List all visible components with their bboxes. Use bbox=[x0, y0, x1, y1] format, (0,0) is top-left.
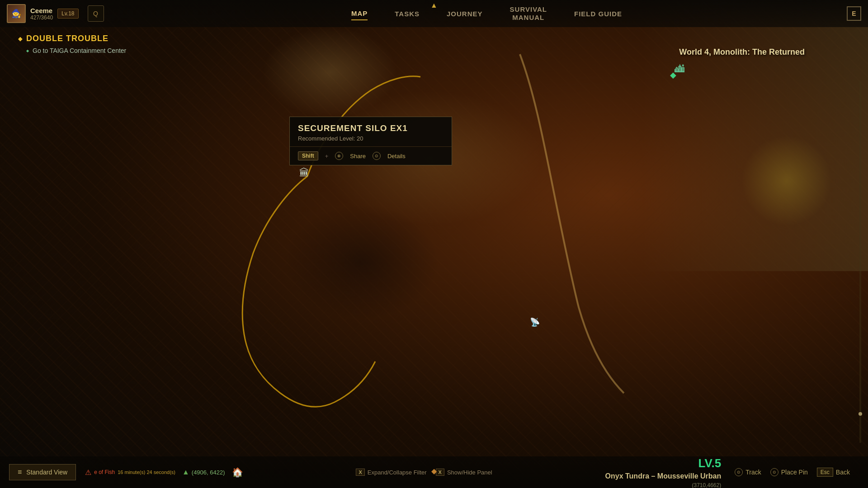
avatar-icon: 🧙 bbox=[11, 9, 21, 19]
warning-timer: 16 minute(s) 24 second(s) bbox=[118, 469, 175, 475]
bottom-status-area: ⚠ e of Fish 16 minute(s) 24 second(s) ▲ … bbox=[85, 467, 243, 478]
player-position-icon: ◆ bbox=[670, 70, 676, 80]
survival-manual-line1: SURVIVAL bbox=[510, 5, 547, 13]
warning-label: e of Fish bbox=[94, 469, 115, 475]
share-icon: ⊕ bbox=[335, 152, 343, 160]
bottom-bar: ≡ Standard View ⚠ e of Fish 16 minute(s)… bbox=[0, 456, 868, 488]
map-background bbox=[0, 0, 868, 488]
scroll-thumb bbox=[859, 412, 862, 416]
track-icon: ⊙ bbox=[735, 468, 743, 476]
player-name: Ceeme bbox=[30, 7, 53, 14]
bottom-filter-controls: X Expand/Collapse Filter X Show/Hide Pan… bbox=[356, 469, 492, 476]
tooltip-recommended-level: Recommended Level: 20 bbox=[298, 135, 443, 142]
place-pin-button[interactable]: ⊙ Place Pin bbox=[770, 468, 808, 476]
quest-title: DOUBLE TROUBLE bbox=[18, 34, 126, 43]
quest-panel: DOUBLE TROUBLE Go to TAIGA Containment C… bbox=[18, 34, 126, 54]
quest-key-button[interactable]: Q bbox=[88, 5, 104, 22]
coordinates-icon: ▲ bbox=[182, 468, 189, 476]
navigation-tabs: MAP TASKS JOURNEY SURVIVAL MANUAL FIELD … bbox=[127, 3, 847, 24]
shift-key-badge: Shift bbox=[298, 151, 318, 160]
tooltip-actions: Shift + ⊕ Share ⊙ Details bbox=[290, 147, 452, 165]
tooltip-location-name: SECUREMENT SILO EX1 bbox=[298, 123, 443, 133]
player-name-group: Ceeme 427/3640 bbox=[30, 7, 53, 21]
player-health: 427/3640 bbox=[30, 14, 53, 21]
signal-map-marker[interactable]: 📡 bbox=[530, 317, 542, 330]
warning-text: e of Fish bbox=[94, 469, 115, 475]
player-map-marker: ◆ bbox=[670, 70, 683, 83]
location-tooltip: SECUREMENT SILO EX1 Recommended Level: 2… bbox=[289, 117, 452, 165]
area-level-badge: LV.5 bbox=[698, 456, 722, 470]
track-button[interactable]: ⊙ Track bbox=[735, 468, 761, 476]
tab-journey[interactable]: JOURNEY bbox=[447, 8, 483, 20]
area-name: Onyx Tundra – Mousseville Urban bbox=[605, 472, 722, 480]
avatar: 🧙 bbox=[7, 4, 26, 23]
show-panel-control[interactable]: X Show/Hide Panel bbox=[436, 469, 492, 476]
top-center-decoration: ▲ bbox=[430, 1, 438, 9]
back-button[interactable]: Esc Back bbox=[817, 468, 850, 477]
bottom-left-controls: ≡ Standard View ⚠ e of Fish 16 minute(s)… bbox=[9, 464, 243, 480]
quest-key-label: Q bbox=[93, 10, 98, 17]
home-icon[interactable]: 🏠 bbox=[232, 467, 243, 478]
silo-map-marker[interactable]: 🏛 bbox=[297, 167, 311, 183]
show-label: Show/Hide Panel bbox=[447, 469, 492, 476]
share-button[interactable]: Share bbox=[350, 153, 366, 160]
bottom-action-buttons: ⊙ Track ⊙ Place Pin Esc Back bbox=[735, 468, 850, 477]
top-navigation: 🧙 Ceeme 427/3640 Lv.18 Q ▲ MAP TASKS JOU… bbox=[0, 0, 868, 27]
world-label: World 4, Monolith: The Returned bbox=[679, 47, 805, 57]
signal-icon: 📡 bbox=[530, 318, 540, 327]
plus-separator: + bbox=[325, 153, 329, 160]
diamond-separator: ◆ bbox=[431, 467, 437, 475]
expand-key: X bbox=[356, 469, 364, 476]
details-button[interactable]: Details bbox=[387, 153, 406, 160]
standard-view-label: Standard View bbox=[26, 469, 67, 476]
tab-map[interactable]: MAP bbox=[351, 7, 368, 20]
tooltip-header: SECUREMENT SILO EX1 Recommended Level: 2… bbox=[290, 117, 452, 147]
details-icon: ⊙ bbox=[373, 152, 381, 160]
expand-filter-control[interactable]: X Expand/Collapse Filter bbox=[356, 469, 426, 476]
survival-manual-line2: MANUAL bbox=[512, 14, 544, 21]
tab-field-guide[interactable]: FIELD GUIDE bbox=[574, 8, 622, 20]
back-label: Back bbox=[836, 469, 850, 476]
bottom-right-info: LV.5 Onyx Tundra – Mousseville Urban (37… bbox=[605, 456, 722, 488]
terrain-shadow bbox=[271, 194, 452, 330]
tab-survival-manual[interactable]: SURVIVAL MANUAL bbox=[510, 3, 547, 24]
terrain-yellow-area bbox=[741, 136, 832, 226]
coords-text: (4906, 6422) bbox=[192, 469, 225, 476]
map-scroll-bar[interactable] bbox=[859, 81, 861, 443]
player-info-panel: 🧙 Ceeme 427/3640 Lv.18 Q bbox=[0, 4, 127, 23]
timer-text: 16 minute(s) 24 second(s) bbox=[118, 469, 175, 475]
player-level: Lv.18 bbox=[57, 9, 78, 19]
warning-status: ⚠ e of Fish 16 minute(s) 24 second(s) bbox=[85, 468, 175, 477]
expand-label: Expand/Collapse Filter bbox=[368, 469, 427, 476]
standard-view-button[interactable]: ≡ Standard View bbox=[9, 464, 76, 480]
warning-icon: ⚠ bbox=[85, 468, 91, 477]
area-coordinates: (3710,4662) bbox=[692, 482, 721, 488]
show-key: X bbox=[436, 469, 444, 476]
esc-key: Esc bbox=[817, 468, 833, 477]
bottom-right-section: LV.5 Onyx Tundra – Mousseville Urban (37… bbox=[605, 456, 859, 488]
e-key-button[interactable]: E bbox=[847, 6, 861, 21]
e-key-label: E bbox=[852, 10, 856, 17]
quest-objective: Go to TAIGA Containment Center bbox=[26, 47, 126, 54]
tab-tasks[interactable]: TASKS bbox=[395, 8, 420, 20]
player-coordinates: ▲ (4906, 6422) bbox=[182, 468, 225, 476]
place-pin-label: Place Pin bbox=[781, 469, 808, 476]
layers-icon: ≡ bbox=[18, 468, 22, 476]
silo-icon: 🏛 bbox=[299, 167, 309, 178]
place-pin-icon: ⊙ bbox=[770, 468, 778, 476]
track-label: Track bbox=[745, 469, 761, 476]
